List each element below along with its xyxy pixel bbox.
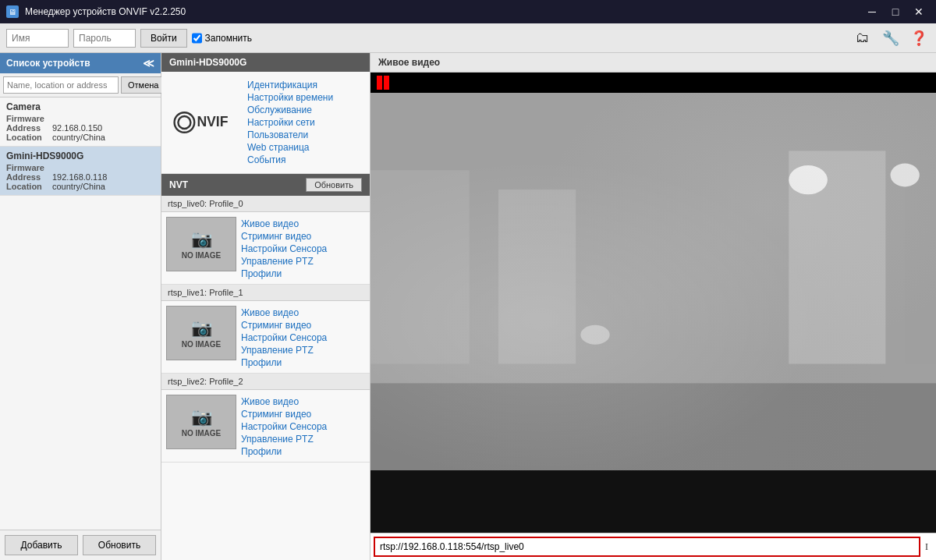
no-image-label-0: NO IMAGE [182, 251, 222, 260]
video-area [370, 93, 936, 470]
folder-icon[interactable]: 🗂 [852, 27, 874, 49]
middle-device-name: Gmini-HDS9000G [169, 57, 246, 68]
video-title: Живое видео [378, 57, 440, 68]
address-label: Address [6, 123, 49, 133]
live-video-link-0[interactable]: Живое видео [241, 218, 327, 229]
ptz-control-link-2[interactable]: Управление PTZ [241, 434, 327, 445]
identification-link[interactable]: Идентификация [247, 80, 333, 90]
pause-bar-right [384, 76, 389, 90]
maintenance-link[interactable]: Обслуживание [247, 105, 333, 115]
refresh-devices-button[interactable]: Обновить [83, 535, 156, 555]
sidebar-bottom-buttons: Добавить Обновить [0, 530, 161, 560]
maximize-button[interactable]: □ [885, 4, 906, 19]
firmware-label: Firmware [6, 114, 49, 123]
device-links: Идентификация Настройки времени Обслужив… [247, 80, 333, 165]
settings-icon[interactable]: 🔧 [880, 27, 902, 49]
events-link[interactable]: События [247, 154, 333, 165]
video-controls [370, 73, 936, 93]
sidebar-header: Список устройств ≪ [0, 53, 161, 73]
device-address: Address 92.168.0.150 [6, 123, 154, 133]
device-info-section: NVIF Идентификация Настройки времени Обс… [161, 72, 370, 174]
device-location: Location country/China [6, 182, 154, 191]
minimize-button[interactable]: ─ [861, 4, 883, 19]
profile-name-2: rtsp_live2: Profile_2 [168, 377, 243, 386]
help-icon[interactable]: ❓ [908, 27, 930, 49]
login-input[interactable] [6, 29, 69, 48]
video-header: Живое видео [370, 53, 936, 73]
add-device-button[interactable]: Добавить [5, 535, 78, 555]
remember-checkbox[interactable] [192, 29, 202, 48]
camera-icon-2: 📷 [191, 407, 212, 427]
cursor-indicator: I [920, 537, 933, 557]
onvif-svg: NVIF [173, 107, 236, 138]
password-input[interactable] [73, 29, 136, 48]
profile-name-0: rtsp_live0: Profile_0 [168, 199, 243, 208]
profile-thumbnail-0: 📷 NO IMAGE [166, 217, 236, 271]
device-address: Address 192.168.0.118 [6, 172, 154, 182]
pause-button[interactable] [377, 76, 389, 90]
profiles-link-0[interactable]: Профили [241, 268, 327, 279]
sensor-settings-link-0[interactable]: Настройки Сенсора [241, 243, 327, 254]
remember-label: Запомнить [205, 33, 252, 44]
address-value: 192.168.0.118 [52, 172, 107, 182]
nvt-label: NVT [169, 179, 188, 190]
streaming-link-0[interactable]: Стриминг видео [241, 231, 327, 242]
web-page-link[interactable]: Web страница [247, 142, 333, 153]
profile-content-1: 📷 NO IMAGE Живое видео Стриминг видео На… [161, 301, 370, 373]
nvt-header: NVT Обновить [161, 174, 370, 196]
address-value: 92.168.0.150 [52, 123, 102, 133]
camera-icon-0: 📷 [191, 229, 212, 250]
video-bottom-bar [370, 470, 936, 533]
live-video-link-2[interactable]: Живое видео [241, 396, 327, 407]
rtsp-url-input[interactable] [374, 537, 920, 557]
app-icon: 🖥 [6, 5, 19, 18]
url-bar-container: I [370, 533, 936, 560]
streaming-link-1[interactable]: Стриминг видео [241, 320, 327, 331]
nvt-update-button[interactable]: Обновить [306, 178, 362, 192]
profiles-link-2[interactable]: Профили [241, 446, 327, 457]
sensor-settings-link-1[interactable]: Настройки Сенсора [241, 332, 327, 343]
live-video-link-1[interactable]: Живое видео [241, 307, 327, 318]
profile-links-1: Живое видео Стриминг видео Настройки Сен… [241, 306, 327, 368]
streaming-link-2[interactable]: Стриминг видео [241, 409, 327, 420]
device-name: Gmini-HDS9000G [6, 151, 154, 161]
window-controls: ─ □ ✕ [861, 4, 930, 19]
firmware-label: Firmware [6, 163, 49, 172]
location-label: Location [6, 133, 49, 142]
close-button[interactable]: ✕ [908, 4, 930, 19]
video-feed [370, 93, 936, 470]
svg-point-1 [178, 116, 190, 129]
time-settings-link[interactable]: Настройки времени [247, 92, 333, 103]
device-item-camera[interactable]: Camera Firmware Address 92.168.0.150 Loc… [0, 97, 161, 147]
profile-section-1: rtsp_live1: Profile_1 📷 NO IMAGE Живое в… [161, 285, 370, 374]
video-overlay [370, 93, 936, 470]
middle-panel: Gmini-HDS9000G NVIF Идентификация Настро… [161, 53, 370, 560]
ptz-control-link-0[interactable]: Управление PTZ [241, 256, 327, 267]
ptz-control-link-1[interactable]: Управление PTZ [241, 345, 327, 356]
profile-thumbnail-2: 📷 NO IMAGE [166, 395, 236, 449]
profiles-link-1[interactable]: Профили [241, 357, 327, 368]
address-label: Address [6, 172, 49, 182]
location-value: country/China [52, 133, 105, 142]
middle-header: Gmini-HDS9000G [161, 53, 370, 72]
profile-section-2: rtsp_live2: Profile_2 📷 NO IMAGE Живое в… [161, 374, 370, 463]
device-item-gmini[interactable]: Gmini-HDS9000G Firmware Address 192.168.… [0, 147, 161, 196]
profile-content-2: 📷 NO IMAGE Живое видео Стриминг видео На… [161, 390, 370, 462]
cancel-search-button[interactable]: Отмена [121, 76, 165, 94]
onvif-logo: NVIF [169, 103, 239, 142]
toolbar-right-icons: 🗂 🔧 ❓ [852, 27, 930, 49]
location-value: country/China [52, 182, 105, 191]
search-input[interactable] [3, 76, 119, 94]
login-button[interactable]: Войти [140, 29, 187, 48]
users-link[interactable]: Пользователи [247, 129, 333, 140]
profile-name-1: rtsp_live1: Profile_1 [168, 288, 243, 297]
toolbar: Войти Запомнить 🗂 🔧 ❓ [0, 23, 936, 53]
sensor-settings-link-2[interactable]: Настройки Сенсора [241, 421, 327, 432]
profile-content-0: 📷 NO IMAGE Живое видео Стриминг видео На… [161, 212, 370, 284]
app-title: Менеджер устройств ONVIF v2.2.250 [25, 6, 861, 17]
remember-checkbox-label[interactable]: Запомнить [192, 29, 252, 48]
profile-header-2: rtsp_live2: Profile_2 [161, 374, 370, 390]
sidebar-collapse-icon[interactable]: ≪ [143, 57, 154, 69]
profile-links-2: Живое видео Стриминг видео Настройки Сен… [241, 395, 327, 457]
network-settings-link[interactable]: Настройки сети [247, 117, 333, 128]
